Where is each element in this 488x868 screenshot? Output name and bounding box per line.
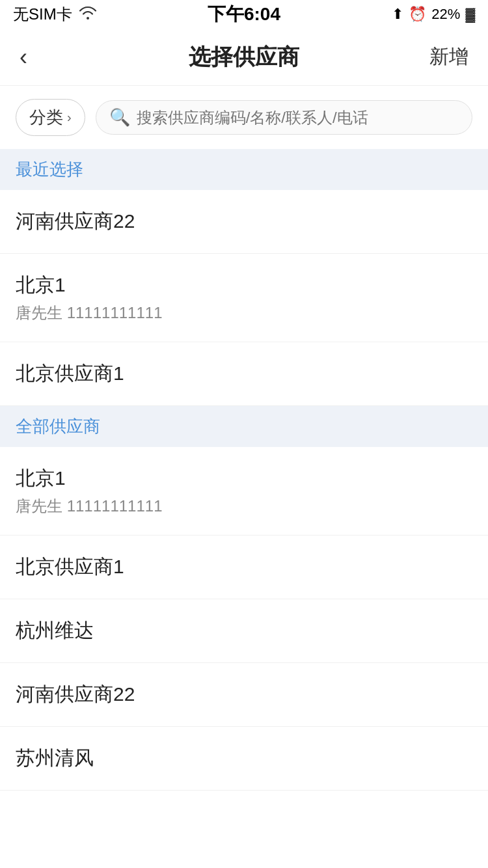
- list-item-name-0-2: 北京供应商1: [16, 360, 472, 387]
- wifi-icon: [79, 5, 97, 23]
- list-item-0-1[interactable]: 北京1唐先生 11111111111: [0, 254, 488, 342]
- list-item-name-1-0: 北京1: [16, 465, 472, 492]
- status-right: ⬆ ⏰ 22% ▓: [392, 6, 475, 23]
- sections-container: 最近选择河南供应商22北京1唐先生 11111111111北京供应商1全部供应商…: [0, 149, 488, 791]
- carrier-text: 无SIM卡: [13, 4, 72, 25]
- list-item-sub-1-0: 唐先生 11111111111: [16, 496, 472, 517]
- list-item-name-0-0: 河南供应商22: [16, 208, 472, 235]
- page-title: 选择供应商: [189, 42, 299, 72]
- alarm-icon: ⏰: [409, 6, 426, 23]
- battery-text: 22%: [431, 6, 460, 23]
- category-button[interactable]: 分类 ›: [16, 99, 85, 136]
- search-box: 🔍: [96, 100, 472, 135]
- filter-bar: 分类 › 🔍: [0, 86, 488, 149]
- list-item-name-1-4: 苏州清风: [16, 745, 472, 772]
- search-icon: 🔍: [109, 107, 130, 128]
- section-header-1: 全部供应商: [0, 406, 488, 447]
- list-item-1-2[interactable]: 杭州维达: [0, 599, 488, 663]
- battery-icon: ▓: [465, 7, 475, 22]
- list-item-name-0-1: 北京1: [16, 272, 472, 299]
- chevron-right-icon: ›: [67, 110, 72, 125]
- list-item-1-4[interactable]: 苏州清风: [0, 727, 488, 791]
- section-header-0: 最近选择: [0, 149, 488, 190]
- list-item-1-3[interactable]: 河南供应商22: [0, 663, 488, 727]
- back-button[interactable]: ‹: [20, 44, 59, 71]
- list-item-0-2[interactable]: 北京供应商1: [0, 342, 488, 406]
- list-item-name-1-2: 杭州维达: [16, 617, 472, 644]
- add-button[interactable]: 新增: [429, 44, 468, 70]
- location-icon: ⬆: [392, 6, 403, 23]
- list-item-1-0[interactable]: 北京1唐先生 11111111111: [0, 447, 488, 536]
- nav-bar: ‹ 选择供应商 新增: [0, 29, 488, 86]
- status-time: 下午6:04: [208, 2, 280, 27]
- list-item-1-1[interactable]: 北京供应商1: [0, 536, 488, 599]
- list-item-name-1-3: 河南供应商22: [16, 681, 472, 708]
- category-label: 分类: [29, 106, 63, 129]
- status-bar: 无SIM卡 下午6:04 ⬆ ⏰ 22% ▓: [0, 0, 488, 29]
- search-input[interactable]: [137, 109, 459, 127]
- status-left: 无SIM卡: [13, 4, 97, 25]
- list-item-name-1-1: 北京供应商1: [16, 554, 472, 580]
- list-item-0-0[interactable]: 河南供应商22: [0, 190, 488, 254]
- list-item-sub-0-1: 唐先生 11111111111: [16, 303, 472, 323]
